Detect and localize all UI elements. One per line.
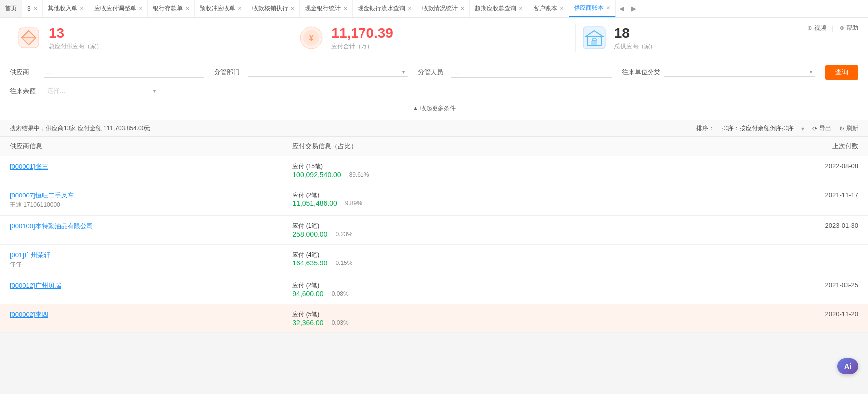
- filter-row-2: 往来余额 选择... ▾: [10, 85, 159, 97]
- col-header-lastpay: 上次付数: [632, 142, 858, 151]
- nav-overdue-close[interactable]: ✕: [519, 6, 523, 11]
- supplier-name[interactable]: [000100]本特勤油品有限公司: [10, 222, 292, 231]
- search-button[interactable]: 查询: [825, 65, 858, 80]
- collapse-icon: ▲: [412, 105, 420, 112]
- export-label: 导出: [819, 124, 831, 132]
- filter-area: 供应商 分管部门 ▾ 分管人员 往来单位分类 ▾ 查询 往来余额 选择: [0, 58, 868, 120]
- tx-amount[interactable]: 11,051,486.00: [292, 199, 337, 207]
- nav-overdue[interactable]: 超期应收款查询 ✕: [470, 0, 528, 17]
- table-row[interactable]: [000100]本特勤油品有限公司 应付 (1笔) 258,000.00 0.2…: [0, 216, 868, 245]
- nav-supplier-ledger-close[interactable]: ✕: [606, 5, 610, 11]
- nav-collection-exec-close[interactable]: ✕: [290, 6, 294, 11]
- nav-bank-deposit[interactable]: 银行存款单 ✕: [148, 0, 195, 17]
- nav-advance-collection-close[interactable]: ✕: [238, 6, 242, 11]
- nav-cash-stats-close[interactable]: ✕: [343, 6, 347, 11]
- svg-rect-12: [591, 41, 597, 46]
- nav-scroll-right[interactable]: ▶: [628, 0, 640, 17]
- nav-tab-3-label: 3: [27, 5, 31, 12]
- stat-total-suppliers-value: 18: [614, 25, 656, 42]
- filter-balance: 往来余额 选择... ▾: [10, 85, 159, 97]
- tx-amount[interactable]: 100,092,540.00: [292, 171, 341, 179]
- supplier-name[interactable]: [000007]恒旺二手叉车: [10, 191, 292, 200]
- table-row[interactable]: [000007]恒旺二手叉车 王通 17106110000 应付 (2笔) 11…: [0, 185, 868, 216]
- tx-pct: 0.23%: [335, 231, 352, 238]
- nav-cash-stats[interactable]: 现金银行统计 ✕: [300, 0, 353, 17]
- nav-home[interactable]: 首页: [0, 0, 22, 17]
- supplier-name[interactable]: [000012]广州贝瑞: [10, 281, 292, 290]
- store-icon: [580, 24, 608, 52]
- nav-scroll-left[interactable]: ◀: [616, 0, 628, 17]
- collapse-bar[interactable]: ▲ 收起更多条件: [10, 102, 858, 115]
- refresh-icon: ↻: [839, 125, 844, 132]
- nav-supplier-ledger[interactable]: 供应商账本 ✕: [569, 0, 616, 17]
- filter-dept: 分管部门 ▾: [214, 68, 408, 77]
- nav-bank-deposit-close[interactable]: ✕: [185, 6, 189, 11]
- nav-collection-stat[interactable]: 收款情况统计 ✕: [417, 0, 470, 17]
- supplier-col: [001]广州荣轩 仔仔: [10, 251, 292, 269]
- table-body: [000001]张三 应付 (15笔) 100,092,540.00 89.61…: [0, 156, 868, 333]
- dept-filter-label: 分管部门: [214, 68, 244, 77]
- balance-filter-select[interactable]: 选择... ▾: [44, 85, 159, 97]
- nav-cash-flow-label: 现金银行流水查询: [358, 4, 405, 13]
- help-link[interactable]: ⊙ 帮助: [840, 24, 858, 32]
- nav-cash-flow-close[interactable]: ✕: [408, 6, 412, 11]
- table-row[interactable]: [000002]李四 应付 (5笔) 32,366.00 0.03% 2020-…: [0, 304, 868, 333]
- nav-customer-ledger[interactable]: 客户账本 ✕: [528, 0, 569, 17]
- sort-value[interactable]: 排序：按应付余额倒序排序: [722, 124, 794, 132]
- nav-cash-flow[interactable]: 现金银行流水查询 ✕: [353, 0, 417, 17]
- nav-collection-stat-label: 收款情况统计: [422, 4, 458, 13]
- video-link[interactable]: ⊙ 视频: [807, 24, 826, 32]
- nav-other-income-close[interactable]: ✕: [80, 6, 84, 11]
- tx-amount[interactable]: 32,366.00: [292, 319, 323, 327]
- supplier-filter-label: 供应商: [10, 68, 40, 77]
- person-filter-input[interactable]: [451, 67, 612, 78]
- dept-chevron-icon: ▾: [402, 69, 405, 75]
- nav-tab-3[interactable]: 3 ✕: [22, 0, 43, 17]
- table-row[interactable]: [000001]张三 应付 (15笔) 100,092,540.00 89.61…: [0, 156, 868, 185]
- nav-overdue-label: 超期应收款查询: [475, 4, 516, 13]
- tx-pct: 0.03%: [332, 319, 349, 326]
- tx-amount[interactable]: 164,635.90: [292, 259, 327, 267]
- category-filter-label: 往来单位分类: [622, 68, 660, 77]
- table-row[interactable]: [000012]广州贝瑞 应付 (2笔) 94,600.00 0.08% 202…: [0, 275, 868, 304]
- category-filter-select[interactable]: ▾: [664, 68, 816, 77]
- tx-amount[interactable]: 94,600.00: [292, 290, 323, 298]
- stat-payable-total-value: 11,170.39: [331, 25, 393, 42]
- nav-tab-3-close[interactable]: ✕: [33, 6, 37, 11]
- stat-payable-suppliers: 13 总应付供应商（家）: [10, 24, 292, 52]
- filter-category: 往来单位分类 ▾: [622, 68, 816, 77]
- supplier-name[interactable]: [000002]李四: [10, 310, 292, 319]
- tx-label: 应付 (2笔): [292, 191, 632, 199]
- last-pay-date: 2023-01-30: [825, 222, 859, 229]
- export-button[interactable]: ⟳ 导出: [812, 124, 831, 132]
- refresh-label: 刷新: [846, 124, 858, 132]
- tx-pct: 89.61%: [349, 171, 369, 178]
- nav-customer-ledger-close[interactable]: ✕: [560, 6, 564, 11]
- supplier-filter-input[interactable]: [44, 67, 204, 78]
- table-row[interactable]: [001]广州荣轩 仔仔 应付 (4笔) 164,635.90 0.15%: [0, 245, 868, 275]
- tx-pct: 9.89%: [345, 200, 362, 207]
- supplier-name[interactable]: [000001]张三: [10, 162, 292, 171]
- coin-icon: ¥: [297, 24, 325, 52]
- person-filter-label: 分管人员: [418, 68, 447, 77]
- nav-adjustment-label: 应收应付调整单: [94, 4, 136, 13]
- nav-collection-stat-close[interactable]: ✕: [460, 6, 464, 11]
- tx-label: 应付 (4笔): [292, 251, 632, 259]
- nav-adjustment-close[interactable]: ✕: [139, 6, 143, 11]
- tx-amount[interactable]: 258,000.00: [292, 230, 327, 238]
- sort-label: 排序：: [696, 124, 714, 132]
- tx-pct: 0.15%: [335, 260, 352, 266]
- nav-home-label: 首页: [5, 4, 17, 13]
- nav-adjustment[interactable]: 应收应付调整单 ✕: [89, 0, 148, 17]
- nav-bank-deposit-label: 银行存款单: [153, 4, 183, 13]
- supplier-name[interactable]: [001]广州荣轩: [10, 251, 292, 260]
- refresh-button[interactable]: ↻ 刷新: [839, 124, 858, 132]
- table-header: 供应商信息 应付交易信息（占比） 上次付数: [0, 137, 868, 156]
- nav-advance-collection[interactable]: 预收冲应收单 ✕: [195, 0, 247, 17]
- nav-other-income[interactable]: 其他收入单 ✕: [43, 0, 89, 17]
- nav-cash-stats-label: 现金银行统计: [305, 4, 341, 13]
- transaction-col: 应付 (2笔) 11,051,486.00 9.89%: [292, 191, 632, 207]
- nav-collection-exec[interactable]: 收款核销执行 ✕: [247, 0, 300, 17]
- dept-filter-select[interactable]: ▾: [248, 68, 408, 77]
- stat-payable-total: ¥ 11,170.39 应付合计（万）: [292, 24, 575, 52]
